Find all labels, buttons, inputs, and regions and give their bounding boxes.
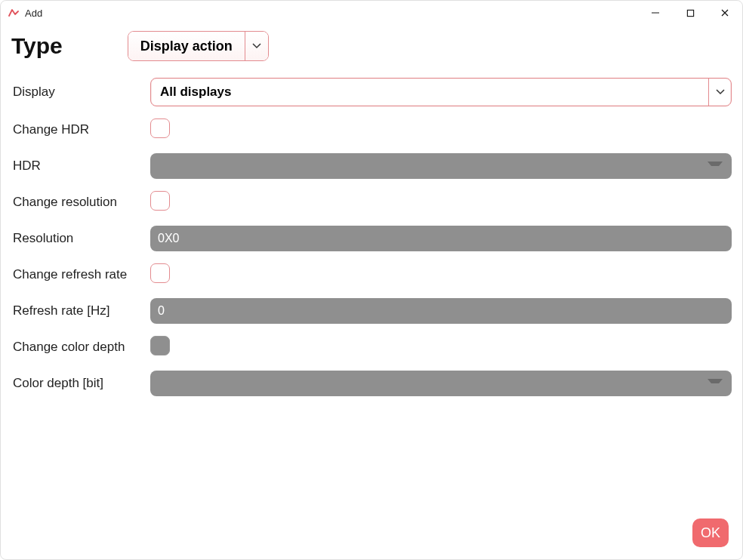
resolution-value: 0X0 — [158, 232, 179, 245]
resolution-row: Resolution 0X0 — [11, 226, 732, 251]
refresh-row: Refresh rate [Hz] 0 — [11, 298, 732, 324]
resolution-label: Resolution — [11, 231, 150, 246]
change-refresh-label: Change refresh rate — [11, 267, 150, 282]
type-label: Type — [11, 33, 63, 59]
titlebar: Add — [1, 1, 742, 25]
colordepth-select — [150, 371, 732, 396]
type-select-value: Display action — [128, 32, 245, 60]
maximize-button[interactable] — [673, 1, 708, 25]
resolution-field: 0X0 — [150, 226, 732, 251]
change-refresh-checkbox[interactable] — [150, 263, 170, 283]
colordepth-label: Color depth [bit] — [11, 376, 150, 391]
display-label: Display — [11, 85, 150, 100]
change-resolution-checkbox[interactable] — [150, 191, 170, 211]
hdr-label: HDR — [11, 158, 150, 174]
change-resolution-row: Change resolution — [11, 189, 732, 215]
app-icon — [8, 7, 20, 19]
close-button[interactable] — [708, 1, 742, 25]
change-hdr-label: Change HDR — [11, 122, 150, 137]
chevron-down-icon — [245, 32, 268, 60]
colordepth-row: Color depth [bit] — [11, 371, 732, 396]
refresh-label: Refresh rate [Hz] — [11, 303, 150, 318]
display-row: Display All displays — [11, 78, 732, 106]
change-colordepth-label: Change color depth — [11, 340, 150, 355]
minimize-button[interactable] — [638, 1, 673, 25]
change-colordepth-checkbox — [150, 336, 170, 355]
change-colordepth-row: Change color depth — [11, 334, 732, 360]
change-hdr-row: Change HDR — [11, 117, 732, 143]
hdr-row: HDR — [11, 153, 732, 179]
chevron-down-icon — [708, 78, 731, 106]
ok-button[interactable]: OK — [692, 518, 729, 547]
window-title: Add — [25, 8, 42, 19]
type-select[interactable]: Display action — [128, 31, 269, 61]
refresh-value: 0 — [158, 304, 165, 318]
svg-rect-1 — [687, 10, 693, 16]
hdr-select — [150, 153, 732, 179]
refresh-field: 0 — [150, 298, 732, 324]
display-select[interactable]: All displays — [150, 78, 732, 106]
content-area: Type Display action Display All displays… — [1, 25, 742, 417]
change-hdr-checkbox[interactable] — [150, 118, 170, 138]
type-row: Type Display action — [11, 31, 732, 61]
change-refresh-row: Change refresh rate — [11, 262, 732, 288]
display-select-value: All displays — [151, 78, 708, 106]
change-resolution-label: Change resolution — [11, 195, 150, 210]
